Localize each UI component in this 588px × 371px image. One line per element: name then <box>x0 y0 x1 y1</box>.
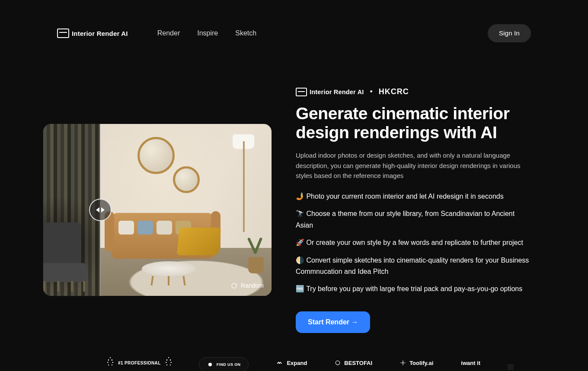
random-button[interactable]: Random <box>231 282 264 289</box>
findus-badge[interactable]: FIND US ON <box>199 357 249 371</box>
svg-point-0 <box>208 363 212 366</box>
floor-lamp-icon <box>243 141 245 232</box>
main-nav: Render Inspire Sketch <box>157 29 256 37</box>
badge-label: Toolify.ai <box>409 360 433 366</box>
brand-logo-text: Interior Render AI <box>310 89 364 95</box>
header-left: Interior Render AI Render Inspire Sketch <box>57 29 256 38</box>
hero: Random Interior Render AI • HKCRC Genera… <box>0 42 588 333</box>
brand-partner-row: Interior Render AI • HKCRC <box>296 87 531 96</box>
badge-label: Expand <box>287 360 307 366</box>
brand-logo-icon <box>57 29 69 38</box>
refresh-icon <box>231 282 237 289</box>
signin-button[interactable]: Sign In <box>488 24 531 42</box>
throw-blanket-icon <box>177 228 221 255</box>
circle-icon <box>207 361 213 368</box>
corner-tab[interactable] <box>508 364 514 370</box>
nav-inspire[interactable]: Inspire <box>197 29 218 37</box>
plant-icon <box>246 243 266 273</box>
hero-left: Random <box>43 124 272 296</box>
feature-list: 🤳 Photo your current room interior and l… <box>296 191 529 295</box>
badge-strip: #1 PROFESSIONAL FIND US ON Expand BESTOF… <box>0 357 588 371</box>
armchair-icon <box>43 222 92 292</box>
iwantit-badge[interactable]: iwant it <box>461 357 480 368</box>
hero-subhead: Upload indoor photos or design sketches,… <box>296 150 529 181</box>
brand-logo-text: Interior Render AI <box>72 30 128 37</box>
aperture-icon <box>335 360 341 366</box>
comparison-preview: Random <box>43 124 272 296</box>
wall-mirror-icon <box>173 166 200 193</box>
feature-item: 🤳 Photo your current room interior and l… <box>296 191 529 202</box>
start-render-button[interactable]: Start Render → <box>296 311 370 333</box>
hero-headline: Generate cinematic interior design rende… <box>296 104 521 142</box>
random-label: Random <box>241 282 264 289</box>
badge-label: BESTOFAI <box>344 360 372 366</box>
brand-logo-icon <box>296 88 307 96</box>
svg-point-1 <box>336 361 340 365</box>
divider-dot: • <box>370 87 373 96</box>
chevrons-icon <box>276 359 283 366</box>
feature-item: 🚀 Or create your own style by a few word… <box>296 237 529 248</box>
toolify-badge[interactable]: Toolify.ai <box>400 357 433 368</box>
preview-after <box>100 124 272 296</box>
feature-item: 🌗 Convert simple sketches into cinematic… <box>296 255 529 278</box>
badge-label: iwant it <box>461 360 480 366</box>
comparison-slider-handle[interactable] <box>89 199 112 221</box>
coffee-table-icon <box>142 261 195 276</box>
feature-item: 🔭 Choose a theme from our style library,… <box>296 208 529 231</box>
wall-mirror-icon <box>137 137 175 174</box>
hero-right: Interior Render AI • HKCRC Generate cine… <box>296 87 531 333</box>
brand-logo[interactable]: Interior Render AI <box>57 29 128 38</box>
partner-logo: HKCRC <box>379 87 409 96</box>
badge-label: #1 PROFESSIONAL <box>118 361 161 365</box>
feature-item: 🆓 Try before you pay with large free tri… <box>296 283 529 295</box>
chevron-left-icon <box>96 207 99 212</box>
brand-logo-small: Interior Render AI <box>296 88 364 96</box>
chevron-right-icon <box>101 207 105 212</box>
sparkle-icon <box>400 360 406 366</box>
nav-sketch[interactable]: Sketch <box>235 29 256 37</box>
nav-render[interactable]: Render <box>157 29 180 37</box>
bestof-badge[interactable]: BESTOFAI <box>335 357 372 368</box>
award-badge: #1 PROFESSIONAL <box>108 357 171 368</box>
expand-badge[interactable]: Expand <box>276 357 307 368</box>
badge-label: FIND US ON <box>217 362 241 367</box>
header: Interior Render AI Render Inspire Sketch… <box>0 0 588 42</box>
